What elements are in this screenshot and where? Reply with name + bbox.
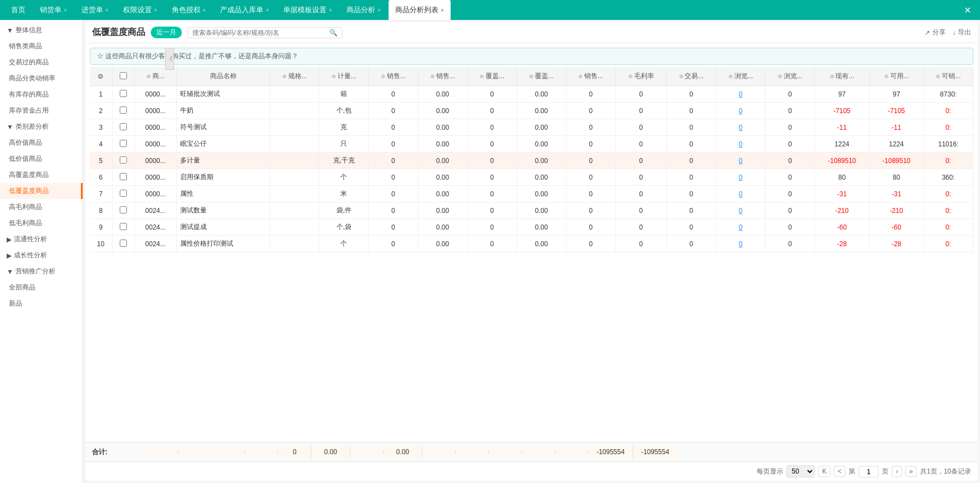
table-cell — [270, 202, 319, 219]
table-row: 80024...测试数量袋,件00.0000.0000000-210-2100: — [90, 202, 973, 219]
sidebar-item-traded-goods[interactable]: 交易过的商品 — [0, 54, 83, 70]
stock1-column-header[interactable]: 现有... — [815, 67, 869, 86]
sidebar-section-flow[interactable]: ▶ 流通性分析 — [0, 231, 83, 247]
nav-tab-analysis[interactable]: 商品分析 × — [340, 0, 387, 20]
page-first-button[interactable]: K — [818, 466, 830, 477]
browse2-column-header[interactable]: 浏览... — [765, 67, 815, 86]
page-next-button[interactable]: › — [892, 466, 902, 477]
close-all-button[interactable]: ✕ — [959, 5, 976, 16]
sidebar-section-growth[interactable]: ▶ 成长性分析 — [0, 247, 83, 263]
sidebar-item-in-stock[interactable]: 有库存的商品 — [0, 87, 83, 103]
search-icon[interactable]: 🔍 — [329, 29, 338, 37]
code-column-header[interactable]: 商... — [134, 67, 177, 86]
table-cell: 360: — [923, 169, 973, 186]
sales3-column-header[interactable]: 销售... — [566, 67, 615, 86]
nav-tab-product-storage[interactable]: 产成品入库单 × — [213, 0, 275, 20]
table-cell: 10 — [90, 236, 112, 252]
export-button[interactable]: ↓ 导出 — [952, 28, 971, 37]
nav-tab-role[interactable]: 角色授权 × — [165, 0, 213, 20]
sidebar-collapse-button[interactable]: 《 — [165, 48, 174, 70]
sidebar-item-low-coverage[interactable]: 低覆盖度商品 — [0, 183, 83, 199]
table-cell: -11 — [869, 119, 923, 136]
table-cell: 0 — [615, 152, 666, 169]
table-cell: -210 — [815, 202, 869, 219]
sidebar-item-stock-capital[interactable]: 库存资金占用 — [0, 103, 83, 119]
table-cell — [270, 103, 319, 119]
table-cell: 克,千克 — [319, 152, 369, 169]
sidebar-item-high-margin[interactable]: 高毛利商品 — [0, 199, 83, 215]
nav-tab-analysis-list[interactable]: 商品分析列表 × — [389, 0, 451, 20]
close-icon[interactable]: × — [105, 7, 109, 13]
sidebar-section-category[interactable]: ▼ 类别差分析 — [0, 119, 83, 135]
sidebar-item-high-value[interactable]: 高价值商品 — [0, 135, 83, 151]
nav-tab-sales[interactable]: 销货单 × — [33, 0, 74, 20]
gross-rate-column-header[interactable]: 毛利率 — [615, 67, 666, 86]
close-icon[interactable]: × — [266, 7, 269, 13]
table-wrapper[interactable]: ⚙ 商... 商品名称 规格... 计量... 销售... 销售... 覆盖..… — [85, 67, 978, 442]
table-cell: 0 — [566, 186, 615, 202]
stock2-column-header[interactable]: 可用... — [869, 67, 923, 86]
table-cell: 0 — [716, 103, 765, 119]
sidebar-section-marketing[interactable]: ▼ 营销推广分析 — [0, 263, 83, 279]
table-cell — [112, 186, 134, 202]
content-area: 低覆盖度商品 近一月 🔍 ↗ 分享 ↓ 导出 ☆ 这些商品只有很少客户购买过，是… — [85, 22, 978, 481]
browse1-column-header[interactable]: 浏览... — [716, 67, 765, 86]
sidebar-item-category-rate[interactable]: 商品分类动销率 — [0, 70, 83, 87]
sidebar-section-overview[interactable]: ▼ 整体信息 — [0, 22, 83, 38]
nav-tab-purchase[interactable]: 进货单 × — [75, 0, 115, 20]
table-cell: 0000... — [134, 186, 177, 202]
name-column-header[interactable]: 商品名称 — [177, 67, 270, 86]
page-number-input[interactable] — [859, 466, 879, 477]
sidebar-item-high-coverage[interactable]: 高覆盖度商品 — [0, 167, 83, 183]
sidebar: ▼ 整体信息 销售类商品 交易过的商品 商品分类动销率 有库存的商品 库存资金占… — [0, 20, 83, 483]
footer-sales1: 0 — [278, 446, 312, 458]
checkbox-column-header[interactable] — [112, 67, 134, 86]
sales2-column-header[interactable]: 销售... — [418, 67, 467, 86]
table-cell: 0 — [716, 202, 765, 219]
sidebar-item-all-goods[interactable]: 全部商品 — [0, 279, 83, 296]
share-button[interactable]: ↗ 分享 — [925, 28, 946, 37]
table-cell: 0: — [923, 186, 973, 202]
table-cell: 0000... — [134, 86, 177, 103]
unit-column-header[interactable]: 计量... — [319, 67, 369, 86]
sidebar-item-low-value[interactable]: 低价值商品 — [0, 151, 83, 167]
cover1-column-header[interactable]: 覆盖... — [467, 67, 517, 86]
sales1-column-header[interactable]: 销售... — [369, 67, 418, 86]
spec-column-header[interactable]: 规格... — [270, 67, 319, 86]
filter-button[interactable]: 近一月 — [151, 27, 182, 38]
table-cell: -210 — [869, 202, 923, 219]
search-input[interactable] — [192, 29, 327, 37]
page-last-button[interactable]: » — [905, 466, 917, 477]
nav-tab-template[interactable]: 单据模板设置 × — [277, 0, 339, 20]
sidebar-item-low-margin[interactable]: 低毛利商品 — [0, 215, 83, 231]
close-icon[interactable]: × — [441, 7, 444, 13]
close-icon[interactable]: × — [377, 7, 381, 13]
page-size-select[interactable]: 50 10 20 100 — [787, 465, 815, 477]
table-cell: 0 — [615, 136, 666, 152]
cover2-column-header[interactable]: 覆盖... — [517, 67, 566, 86]
gear-column-header[interactable]: ⚙ — [90, 67, 112, 86]
select-all-checkbox[interactable] — [120, 72, 127, 79]
table-cell: 0 — [615, 103, 666, 119]
gear-icon[interactable]: ⚙ — [98, 73, 104, 80]
stock3-column-header[interactable]: 可销... — [923, 67, 973, 86]
page-prev-button[interactable]: < — [834, 466, 845, 477]
sidebar-item-new-goods[interactable]: 新品 — [0, 296, 83, 312]
close-icon[interactable]: × — [329, 7, 332, 13]
nav-tab-permission[interactable]: 权限设置 × — [116, 0, 164, 20]
close-icon[interactable]: × — [154, 7, 157, 13]
table-cell: 0 — [765, 119, 815, 136]
sidebar-item-sales-goods[interactable]: 销售类商品 — [0, 38, 83, 54]
table-cell: 0 — [566, 86, 615, 103]
table-cell: 牛奶 — [177, 103, 270, 119]
trade-column-header[interactable]: 交易... — [667, 67, 716, 86]
table-cell: 0 — [369, 136, 418, 152]
table-cell: 0.00 — [517, 152, 566, 169]
table-cell: 0 — [765, 169, 815, 186]
close-icon[interactable]: × — [64, 7, 67, 13]
table-cell: 0000... — [134, 119, 177, 136]
table-cell: 0: — [923, 219, 973, 236]
table-cell — [270, 152, 319, 169]
close-icon[interactable]: × — [203, 7, 206, 13]
nav-tab-home[interactable]: 首页 — [4, 0, 32, 20]
